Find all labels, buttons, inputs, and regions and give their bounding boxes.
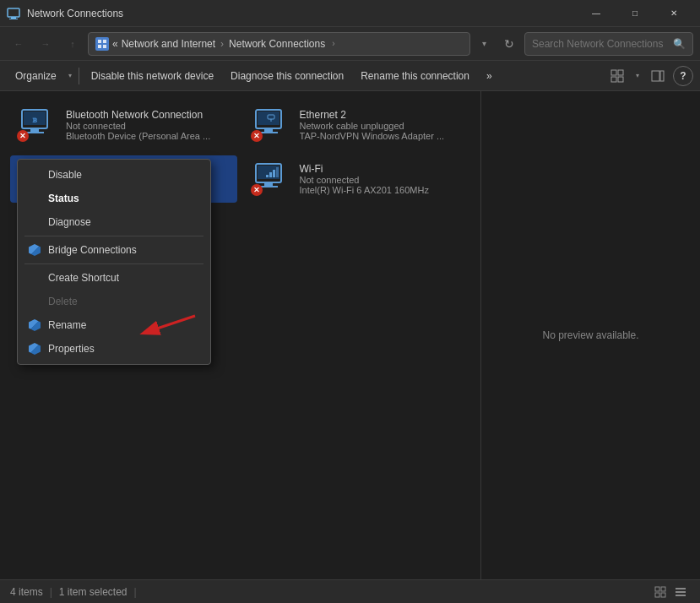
- connection-info-bluetooth: Bluetooth Network Connection Not connect…: [66, 109, 231, 141]
- preview-pane-button[interactable]: [646, 64, 670, 88]
- status-bar: 4 items | 1 item selected |: [0, 579, 700, 603]
- ctx-bridge-icon: [28, 243, 41, 257]
- connection-status-ethernet2: Network cable unplugged: [300, 121, 464, 131]
- status-item-count: 4 items: [10, 586, 43, 598]
- svg-rect-0: [8, 8, 19, 17]
- maximize-button[interactable]: □: [616, 0, 654, 27]
- connection-info-wifi: Wi-Fi Not connected Intel(R) Wi-Fi 6 AX2…: [300, 163, 464, 195]
- svg-rect-15: [30, 128, 39, 132]
- status-sep-1: |: [50, 586, 52, 598]
- ctx-item-properties[interactable]: Properties: [18, 337, 210, 361]
- error-badge-wifi: ✕: [251, 184, 263, 196]
- address-bar: ← → ↑ « Network and Internet › Network C…: [0, 27, 700, 61]
- toolbar-right: ▾ ?: [605, 64, 693, 88]
- connection-icon-ethernet2: ✕: [251, 108, 291, 142]
- svg-rect-42: [655, 593, 659, 597]
- no-preview-text: No preview available.: [542, 329, 638, 341]
- connection-item-wifi[interactable]: ✕ Wi-Fi Not connected Intel(R) Wi-Fi 6 A…: [244, 155, 471, 203]
- ctx-properties-icon: [28, 342, 41, 356]
- svg-text:ʙ: ʙ: [32, 115, 37, 124]
- status-view-buttons: [651, 583, 690, 601]
- address-path[interactable]: « Network and Internet › Network Connect…: [88, 32, 470, 56]
- svg-rect-40: [655, 587, 659, 591]
- svg-rect-19: [258, 111, 279, 125]
- svg-rect-44: [676, 588, 686, 589]
- ctx-diagnose-label: Diagnose: [48, 216, 91, 228]
- change-view-button[interactable]: [605, 64, 629, 88]
- rename-connection-button[interactable]: Rename this connection: [352, 64, 478, 88]
- connection-device-bluetooth: Bluetooth Device (Personal Area ...: [66, 131, 231, 141]
- up-button[interactable]: ↑: [61, 32, 84, 56]
- address-end-chevron: ›: [332, 39, 334, 48]
- svg-rect-7: [611, 70, 616, 75]
- svg-rect-3: [98, 40, 101, 43]
- ctx-status-label: Status: [48, 193, 79, 204]
- ctx-properties-label: Properties: [48, 343, 95, 355]
- diagnose-connection-button[interactable]: Diagnose this connection: [222, 64, 352, 88]
- view-dropdown-arrow[interactable]: ▾: [632, 64, 643, 88]
- back-button[interactable]: ←: [7, 32, 30, 56]
- ctx-diagnose-icon: [28, 215, 41, 229]
- svg-rect-10: [618, 77, 623, 82]
- connection-item-bluetooth[interactable]: ʙ ✕ Bluetooth Network Connection Not con…: [10, 101, 237, 149]
- organize-button[interactable]: Organize: [7, 64, 65, 88]
- control-panel-icon: [95, 37, 109, 51]
- svg-rect-41: [661, 587, 665, 591]
- title-bar: Network Connections — □ ✕: [0, 0, 700, 27]
- connection-device-wifi: Intel(R) Wi-Fi 6 AX201 160MHz: [300, 185, 464, 195]
- svg-rect-4: [103, 40, 106, 43]
- svg-rect-37: [276, 167, 279, 177]
- svg-rect-11: [652, 71, 659, 81]
- connection-icon-bluetooth: ʙ ✕: [17, 108, 57, 142]
- connection-name-bluetooth: Bluetooth Network Connection: [66, 109, 231, 121]
- status-view-grid-button[interactable]: [651, 583, 670, 601]
- connection-device-ethernet2: TAP-NordVPN Windows Adapter ...: [300, 131, 464, 141]
- status-view-list-button[interactable]: [671, 583, 690, 601]
- ctx-item-diagnose[interactable]: Diagnose: [18, 210, 210, 234]
- ctx-item-delete: Delete: [18, 290, 210, 313]
- help-button[interactable]: ?: [673, 66, 693, 86]
- ctx-shortcut-icon: [28, 271, 41, 285]
- status-sep-2: |: [134, 586, 137, 598]
- svg-rect-5: [98, 45, 101, 48]
- organize-dropdown-arrow[interactable]: ▾: [65, 64, 75, 88]
- minimize-button[interactable]: —: [577, 0, 616, 27]
- preview-panel: No preview available.: [480, 91, 700, 579]
- title-bar-icon: [7, 7, 20, 20]
- ctx-item-status[interactable]: Status: [18, 187, 210, 210]
- ctx-status-icon: [28, 192, 41, 205]
- address-network-internet[interactable]: Network and Internet: [122, 38, 215, 50]
- search-box[interactable]: 🔍: [524, 32, 693, 56]
- ctx-rename-icon: [28, 318, 41, 332]
- search-input[interactable]: [532, 38, 668, 50]
- title-bar-controls: — □ ✕: [577, 0, 693, 27]
- close-button[interactable]: ✕: [654, 0, 693, 27]
- svg-rect-45: [676, 591, 686, 593]
- ctx-delete-icon: [28, 295, 41, 308]
- address-sep-1: ›: [220, 38, 224, 50]
- ctx-item-rename[interactable]: Rename: [18, 313, 210, 337]
- address-dropdown-button[interactable]: ▾: [474, 32, 494, 56]
- disable-network-device-button[interactable]: Disable this network device: [83, 64, 222, 88]
- connection-item-ethernet2[interactable]: ✕ Ethernet 2 Network cable unplugged TAP…: [244, 101, 471, 149]
- address-breadcrumb-1: «: [112, 38, 118, 50]
- forward-button[interactable]: →: [34, 32, 57, 56]
- refresh-button[interactable]: ↻: [497, 32, 521, 56]
- connection-info-ethernet2: Ethernet 2 Network cable unplugged TAP-N…: [300, 109, 464, 141]
- more-button[interactable]: »: [478, 64, 501, 88]
- error-badge-bluetooth: ✕: [17, 130, 29, 142]
- svg-rect-34: [266, 175, 269, 177]
- address-network-connections[interactable]: Network Connections: [229, 38, 325, 50]
- context-menu: Disable Status Diagnose Bridge Connectio…: [17, 159, 211, 365]
- svg-rect-12: [660, 71, 664, 81]
- svg-rect-32: [264, 182, 273, 186]
- svg-rect-46: [676, 595, 686, 596]
- svg-rect-35: [269, 172, 272, 177]
- connection-status-bluetooth: Not connected: [66, 121, 231, 131]
- ctx-item-bridge[interactable]: Bridge Connections: [18, 238, 210, 262]
- svg-rect-9: [611, 77, 616, 82]
- ctx-bridge-label: Bridge Connections: [48, 244, 137, 256]
- ctx-item-create-shortcut[interactable]: Create Shortcut: [18, 266, 210, 290]
- ctx-item-disable[interactable]: Disable: [18, 163, 210, 187]
- search-icon: 🔍: [673, 38, 686, 50]
